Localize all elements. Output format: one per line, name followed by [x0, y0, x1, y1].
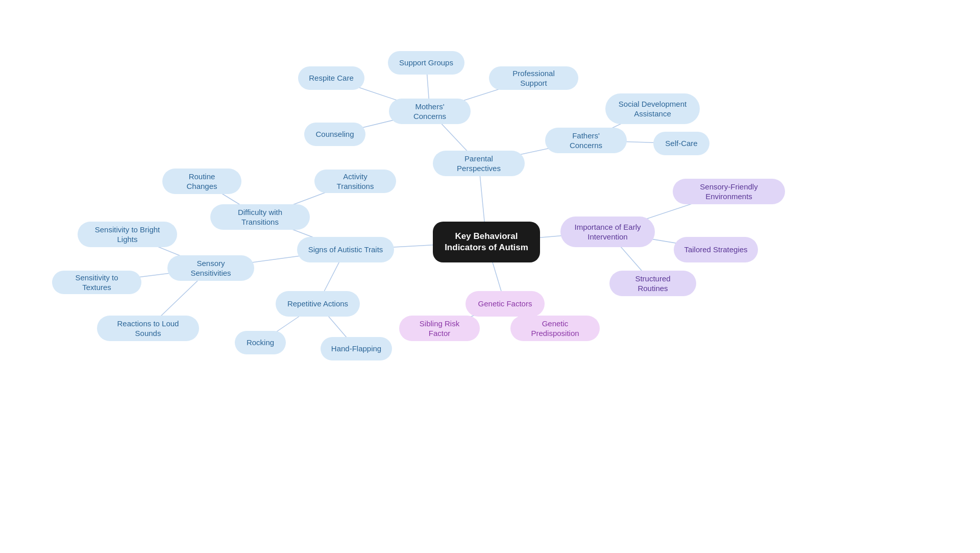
sensory-friendly-environments-node[interactable]: Sensory-Friendly Environments [673, 179, 785, 204]
signs-autistic-traits-node[interactable]: Signs of Autistic Traits [297, 237, 394, 262]
rocking-node[interactable]: Rocking [235, 331, 286, 354]
repetitive-actions-node[interactable]: Repetitive Actions [276, 291, 360, 317]
center-node[interactable]: Key Behavioral Indicators of Autism [433, 222, 540, 262]
hand-flapping-node[interactable]: Hand-Flapping [321, 337, 392, 360]
routine-changes-node[interactable]: Routine Changes [162, 169, 241, 194]
parental-perspectives-node[interactable]: Parental Perspectives [433, 151, 525, 176]
importance-early-intervention-node[interactable]: Importance of Early Intervention [560, 217, 655, 247]
sibling-risk-factor-node[interactable]: Sibling Risk Factor [399, 316, 480, 341]
mothers-concerns-node[interactable]: Mothers' Concerns [389, 99, 471, 124]
activity-transitions-node[interactable]: Activity Transitions [314, 170, 396, 193]
social-dev-assistance-node[interactable]: Social Development Assistance [605, 93, 700, 124]
mindmap-container: Key Behavioral Indicators of AutismParen… [0, 0, 980, 553]
fathers-concerns-node[interactable]: Fathers' Concerns [545, 128, 627, 153]
structured-routines-node[interactable]: Structured Routines [609, 271, 696, 296]
sensitivity-bright-lights-node[interactable]: Sensitivity to Bright Lights [78, 222, 177, 247]
professional-support-node[interactable]: Professional Support [489, 66, 578, 90]
counseling-node[interactable]: Counseling [304, 123, 365, 146]
genetic-predisposition-node[interactable]: Genetic Predisposition [510, 316, 600, 341]
sensitivity-textures-node[interactable]: Sensitivity to Textures [52, 271, 141, 294]
respite-care-node[interactable]: Respite Care [298, 66, 364, 90]
difficulty-transitions-node[interactable]: Difficulty with Transitions [210, 204, 310, 230]
self-care-node[interactable]: Self-Care [653, 132, 709, 155]
reactions-loud-sounds-node[interactable]: Reactions to Loud Sounds [97, 316, 199, 341]
support-groups-node[interactable]: Support Groups [388, 51, 464, 75]
sensory-sensitivities-node[interactable]: Sensory Sensitivities [167, 255, 254, 281]
genetic-factors-node[interactable]: Genetic Factors [465, 291, 545, 317]
tailored-strategies-node[interactable]: Tailored Strategies [674, 237, 758, 262]
